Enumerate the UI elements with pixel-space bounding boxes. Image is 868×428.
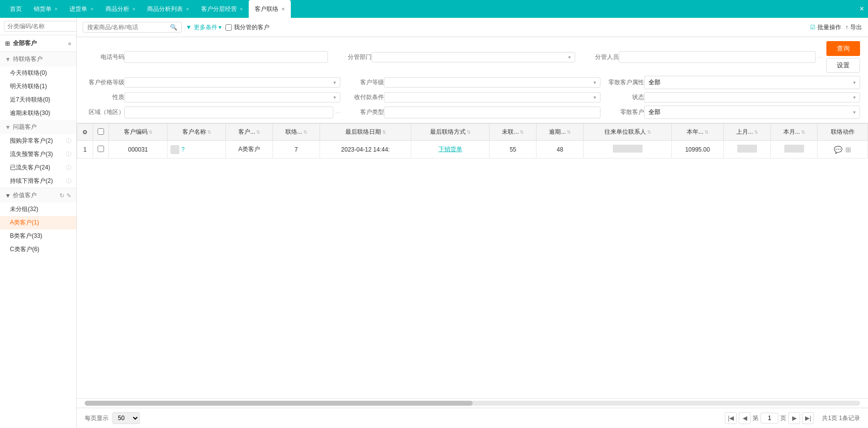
row-action-message[interactable]: 💬 [834, 146, 842, 154]
filter-select-dept[interactable]: ▾ [372, 52, 575, 62]
row-checkbox[interactable] [98, 146, 104, 152]
nav-tab-customer-segment-close[interactable]: × [240, 6, 243, 12]
sidebar-item-declining[interactable]: 持续下滑客户(2) ⓘ [0, 174, 76, 188]
chevron-down-icon2: ▾ [333, 80, 336, 85]
nav-tab-sales-close[interactable]: × [54, 6, 57, 12]
th-last-date-label: 最后联络日期 [345, 128, 381, 136]
th-check-all[interactable] [98, 128, 104, 135]
my-customers-check[interactable]: 我分管的客户 [225, 23, 270, 32]
export-btn[interactable]: ↑ 导出 [845, 23, 862, 32]
sidebar-item-ungroup[interactable]: 未分组(32) [0, 203, 76, 216]
filter-select-nature[interactable]: ▾ [124, 92, 340, 103]
filter-input-region[interactable] [124, 107, 333, 118]
th-settings[interactable]: ⚙ [77, 124, 93, 141]
filter-row-4: 区域（地区） ··· 客户类型 零散客户 全部 ▾ [85, 106, 860, 119]
content-area: 🔍 ▼ 更多条件 ▾ 我分管的客户 ☑ 批量操作 ↑ 导出 [77, 18, 868, 428]
th-last-month[interactable]: 上月...⇅ [723, 124, 770, 141]
th-contact[interactable]: 联络...⇅ [272, 124, 320, 141]
fake-scrollbar-thumb[interactable] [85, 401, 473, 406]
filter-select-payment[interactable]: ▾ [384, 92, 600, 103]
contact2-placeholder [613, 145, 643, 153]
filter-group-phone: 电话号码 [85, 51, 328, 63]
nav-close-all[interactable]: × [860, 4, 864, 13]
nav-tab-goods-list-close[interactable]: × [186, 6, 189, 12]
th-code[interactable]: 客户编码⇅ [109, 124, 167, 141]
filter-select-customergrade[interactable]: ▾ [384, 77, 600, 88]
sidebar-section-pending[interactable]: ▼ 待联络客户 [0, 52, 76, 66]
filter-input-customertype[interactable] [384, 107, 600, 118]
th-year-amt[interactable]: 本年...⇅ [672, 124, 724, 141]
nav-tab-goods-list[interactable]: 商品分析列表 × [141, 0, 195, 18]
row-action-qr[interactable]: ⊞ [845, 146, 851, 154]
th-last-method[interactable]: 最后联络方式⇅ [411, 124, 489, 141]
nav-tab-sales[interactable]: 销货单 × [28, 0, 63, 18]
sidebar-section-problem[interactable]: ▼ 问题客户 [0, 120, 76, 134]
sidebar-item-abnormal[interactable]: 囤购异常客户(2) ⓘ [0, 134, 76, 148]
filter-input-manager[interactable] [619, 51, 815, 63]
th-uncontacted-label: 未联... [502, 128, 519, 136]
nav-tab-customer-contact-close[interactable]: × [281, 6, 284, 12]
filter-select-scatterprop[interactable]: 全部 ▾ [644, 76, 860, 89]
sidebar-item-b[interactable]: B类客户(33) [0, 229, 76, 243]
th-this-month[interactable]: 本月...⇅ [770, 124, 817, 141]
more-filters-btn[interactable]: ▼ 更多条件 ▾ [186, 23, 221, 32]
sidebar-search-input[interactable] [4, 21, 77, 32]
nav-tab-purchase-close[interactable]: × [90, 6, 93, 12]
nav-tab-goods-analysis[interactable]: 商品分析 × [100, 0, 141, 18]
sidebar-item-lost[interactable]: 已流失客户(24) ⓘ [0, 161, 76, 174]
query-button[interactable]: 查询 [826, 41, 860, 56]
sidebar-item-warning[interactable]: 流失预警客户(3) ⓘ [0, 148, 76, 161]
filter-group-scatter: 零散客户 全部 ▾ [604, 106, 860, 119]
th-name[interactable]: 客户名称⇅ [167, 124, 226, 141]
sidebar-item-c[interactable]: C类客户(6) [0, 243, 76, 256]
th-code-label: 客户编码 [124, 128, 148, 136]
td-last-method: 下销货单 [411, 141, 489, 159]
batch-op-btn[interactable]: ☑ 批量操作 [810, 23, 841, 32]
setting-button[interactable]: 设置 [826, 58, 860, 73]
refresh-icon[interactable]: ↻ [59, 192, 64, 199]
sidebar-section-value: ▼ 价值客户 ↻ ✎ [0, 188, 76, 203]
next-page-btn[interactable]: ▶ [788, 412, 800, 424]
sidebar-item-a[interactable]: A类客户(1) [0, 216, 76, 229]
nav-tab-purchase[interactable]: 进货单 × [63, 0, 99, 18]
edit-icon[interactable]: ✎ [66, 192, 71, 199]
filter-funnel-icon: ▼ [186, 24, 192, 31]
filter-input-phone[interactable] [124, 51, 328, 63]
filter-select-pricegrade[interactable]: ▾ [124, 77, 340, 88]
filter-dots-region[interactable]: ··· [335, 109, 340, 116]
nav-tab-goods-analysis-close[interactable]: × [132, 6, 135, 12]
per-page-select[interactable]: 50 100 200 [112, 412, 140, 424]
filter-search-icon[interactable]: 🔍 [170, 24, 177, 31]
chevron-down-icon6: ▾ [594, 95, 596, 100]
sidebar-item-7days[interactable]: 近7天待联络(0) [0, 93, 76, 107]
filter-select-scatter[interactable]: 全部 ▾ [644, 106, 860, 119]
page-input[interactable] [760, 413, 778, 424]
nav-tab-home[interactable]: 首页 [4, 0, 28, 18]
my-customers-checkbox[interactable] [225, 24, 232, 31]
filter-label-pricegrade: 客户价格等级 [85, 78, 124, 87]
prev-page-btn[interactable]: ◀ [739, 412, 751, 424]
th-level[interactable]: 客户...⇅ [226, 124, 273, 141]
filter-dots-manager[interactable]: ··· [817, 54, 822, 60]
sidebar-item-today[interactable]: 今天待联络(0) [0, 66, 76, 80]
top-nav: 首页 销货单 × 进货单 × 商品分析 × 商品分析列表 × 客户分层经营 × … [0, 0, 868, 18]
filter-select-status[interactable]: ▾ [644, 92, 860, 103]
th-last-date[interactable]: 最后联络日期⇅ [320, 124, 411, 141]
chevron-down-icon: ▾ [568, 54, 571, 60]
last-page-btn[interactable]: ▶| [802, 412, 814, 424]
nav-tab-customer-contact[interactable]: 客户联络 × [249, 0, 290, 18]
sidebar-item-overdue[interactable]: 逾期未联络(30) [0, 107, 76, 120]
row-last-method[interactable]: 下销货单 [438, 146, 462, 153]
th-uncontacted[interactable]: 未联...⇅ [489, 124, 537, 141]
bottom-bar: 每页显示 50 100 200 |◀ ◀ 第 页 ▶ ▶| 共1页 1条记录 [77, 408, 868, 428]
sidebar-collapse-btn[interactable]: « [68, 40, 71, 47]
sidebar-item-tomorrow[interactable]: 明天待联络(1) [0, 80, 76, 93]
fake-scrollbar [85, 401, 860, 406]
row-name[interactable]: ? [181, 146, 185, 153]
first-page-btn[interactable]: |◀ [725, 412, 737, 424]
sidebar-all-customers[interactable]: ⊞ 全部客户 « [0, 35, 76, 52]
th-contact2[interactable]: 往来单位联系人⇅ [584, 124, 672, 141]
th-overdue[interactable]: 逾期...⇅ [537, 124, 584, 141]
filter-search-input[interactable] [87, 24, 170, 31]
nav-tab-customer-segment[interactable]: 客户分层经营 × [195, 0, 249, 18]
